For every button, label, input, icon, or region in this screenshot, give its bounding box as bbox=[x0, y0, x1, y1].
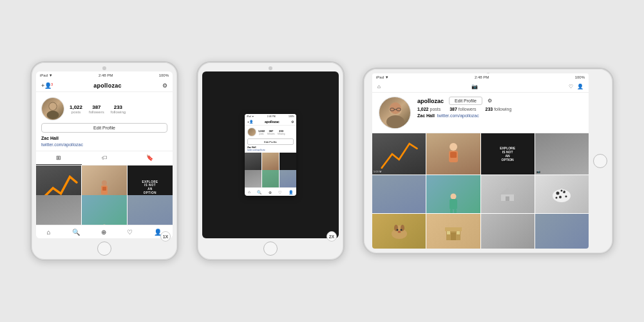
edit-profile-button[interactable]: Edit Profile bbox=[41, 123, 167, 133]
mini-gi-6 bbox=[279, 170, 296, 187]
ipad-camera-left bbox=[102, 66, 106, 70]
ipad-home-button-middle[interactable] bbox=[263, 242, 278, 256]
ls-grid-item-11[interactable] bbox=[481, 214, 535, 249]
ig-profile-header: 1,022 posts 387 followers 233 following bbox=[36, 92, 173, 123]
ls-dog-svg bbox=[388, 222, 410, 240]
ls-followers-label: followers bbox=[459, 107, 477, 111]
ls-grid-item-1[interactable]: 5:03 M bbox=[372, 133, 426, 175]
svg-point-12 bbox=[386, 115, 404, 128]
mini-topnav: +👤 apollozac ⚙ bbox=[245, 118, 296, 126]
ls-gear-icon[interactable]: ⚙ bbox=[488, 98, 492, 104]
ls-avatar-svg bbox=[379, 97, 412, 129]
mini-grid bbox=[245, 153, 296, 187]
bio-link[interactable]: twitter.com/apollozac bbox=[41, 142, 167, 148]
ls-grid-item-12[interactable] bbox=[535, 214, 589, 249]
nav-home-icon[interactable]: ⌂ bbox=[46, 229, 50, 236]
ls-grid-item-3[interactable]: EXPLOREIS NOTANOPTION bbox=[481, 133, 535, 175]
ig-app-right: iPad ▼ 2:48 PM 100% ⌂ 📷 ♡ 👤 bbox=[372, 73, 589, 249]
mini-gi-4 bbox=[245, 170, 261, 187]
mini-stats: 1,022 posts 387 followers 233 following bbox=[258, 129, 285, 135]
mini-followers-label: followers bbox=[267, 133, 275, 135]
ls-grid-item-8[interactable] bbox=[535, 175, 589, 213]
ig-bio: Zac Hall twitter.com/apollozac bbox=[36, 135, 173, 151]
svg-point-40 bbox=[397, 231, 401, 232]
stat-following-label: following bbox=[111, 110, 126, 114]
mini-nav-search: 🔍 bbox=[257, 190, 261, 194]
mini-username: apollozac bbox=[265, 120, 279, 124]
nav-heart-icon[interactable]: ♡ bbox=[127, 229, 133, 236]
grid-item-4[interactable]: 📷 bbox=[36, 195, 81, 225]
ls-grid-item-9[interactable] bbox=[372, 214, 426, 249]
ls-profile-icon[interactable]: 👤 bbox=[577, 84, 583, 90]
tab-grid[interactable]: ⊞ bbox=[36, 151, 82, 165]
ls-grid-item-2[interactable] bbox=[426, 133, 480, 175]
svg-point-16 bbox=[450, 143, 457, 151]
svg-point-33 bbox=[561, 190, 563, 192]
mini-gi-5 bbox=[262, 170, 279, 187]
status-right-right: 100% bbox=[575, 75, 585, 79]
tab-tagged[interactable]: 🏷 bbox=[82, 151, 128, 165]
ig-profile-tabs: ⊞ 🏷 🔖 bbox=[36, 151, 173, 166]
svg-point-30 bbox=[565, 196, 567, 198]
mini-nav-home: ⌂ bbox=[248, 190, 251, 194]
svg-point-38 bbox=[396, 229, 398, 231]
status-right-left: iPad ▼ bbox=[376, 75, 389, 79]
svg-rect-44 bbox=[447, 231, 450, 234]
ipad-home-button-left[interactable] bbox=[97, 242, 111, 256]
ls-topnav-center-icons: 📷 bbox=[471, 84, 478, 90]
ls-camera-icon[interactable]: 📷 bbox=[471, 84, 478, 90]
mini-gear-icon: ⚙ bbox=[291, 120, 294, 124]
ls-avatar bbox=[379, 97, 411, 129]
ipad-screen-left: iPad ▼ 2:48 PM 100% +👤3 apollozac ⚙ bbox=[36, 71, 173, 238]
ls-grid-item-5[interactable] bbox=[372, 175, 426, 213]
ls-grid-item-7[interactable] bbox=[481, 175, 535, 213]
ls-dalmatian-svg bbox=[550, 184, 573, 204]
mini-profile-header: 1,022 posts 387 followers 233 following bbox=[245, 126, 296, 138]
grid-item-6[interactable] bbox=[128, 195, 173, 225]
ipad-screen-right: iPad ▼ 2:48 PM 100% ⌂ 📷 ♡ 👤 bbox=[372, 73, 589, 249]
ls-girl-svg bbox=[446, 193, 460, 213]
status-bar-right-device: iPad ▼ 2:48 PM 100% bbox=[372, 73, 589, 81]
add-friend-icon[interactable]: +👤3 bbox=[41, 82, 53, 89]
status-bar-left: iPad ▼ 2:48 PM 100% bbox=[36, 71, 173, 79]
svg-point-29 bbox=[559, 196, 562, 198]
ls-grid-item-10[interactable] bbox=[426, 214, 480, 249]
ipad-home-button-right[interactable] bbox=[593, 154, 607, 168]
notification-badge: 3 bbox=[51, 82, 53, 86]
nav-add-icon[interactable]: ⊕ bbox=[101, 229, 106, 236]
dark-transition-screen: iPad ▼ 2:48 PM 100% +👤 apollozac ⚙ 1,0 bbox=[202, 71, 339, 238]
ls-bio-link[interactable]: twitter.com/apollozac bbox=[437, 113, 479, 118]
mini-status-bar: iPad ▼ 2:48 PM 100% bbox=[245, 114, 296, 118]
mini-gi-1 bbox=[245, 153, 261, 169]
girl-svg bbox=[99, 223, 110, 225]
tab-saved[interactable]: 🔖 bbox=[127, 151, 173, 165]
stat-followers-label: followers bbox=[89, 110, 104, 114]
ls-stat-following: 233 following bbox=[485, 107, 511, 111]
grid-item-5[interactable] bbox=[82, 195, 127, 225]
mini-status-center: 2:48 PM bbox=[267, 115, 276, 118]
ipad-screen-middle: iPad ▼ 2:48 PM 100% +👤 apollozac ⚙ 1,0 bbox=[202, 71, 339, 238]
gear-icon[interactable]: ⚙ bbox=[162, 82, 167, 89]
svg-rect-22 bbox=[454, 209, 457, 213]
ls-topnav-right-icons: ♡ 👤 bbox=[569, 84, 583, 90]
ig-stat-posts: 1,022 posts bbox=[70, 104, 82, 114]
ls-grid-item-4[interactable]: 📷 bbox=[535, 133, 589, 175]
status-center-time: 2:48 PM bbox=[99, 73, 113, 77]
ls-grid-item-6[interactable] bbox=[426, 175, 480, 213]
ls-heart-icon[interactable]: ♡ bbox=[569, 84, 573, 90]
ls-stat-posts: 1,022 posts bbox=[417, 107, 440, 111]
ls-shop-svg bbox=[444, 222, 463, 240]
ls-info: apollozac Edit Profile ⚙ 1,022 posts 387 bbox=[417, 97, 582, 118]
ls-home-icon[interactable]: ⌂ bbox=[377, 84, 381, 90]
avatar-image bbox=[42, 98, 64, 120]
ig-app-left: iPad ▼ 2:48 PM 100% +👤3 apollozac ⚙ bbox=[36, 71, 173, 238]
ls-edit-profile-button[interactable]: Edit Profile bbox=[449, 97, 482, 105]
ls-topnav-left-icons: ⌂ bbox=[377, 84, 381, 90]
ig-username-title: apollozac bbox=[93, 82, 122, 89]
ls-profile: apollozac Edit Profile ⚙ 1,022 posts 387 bbox=[372, 93, 589, 133]
status-right-info: 100% bbox=[159, 73, 169, 77]
nav-search-icon[interactable]: 🔍 bbox=[72, 229, 80, 236]
mini-stat-followers: 387 followers bbox=[267, 129, 275, 135]
svg-rect-21 bbox=[450, 209, 453, 213]
ls-explore-label: EXPLOREIS NOTANOPTION bbox=[500, 146, 515, 162]
